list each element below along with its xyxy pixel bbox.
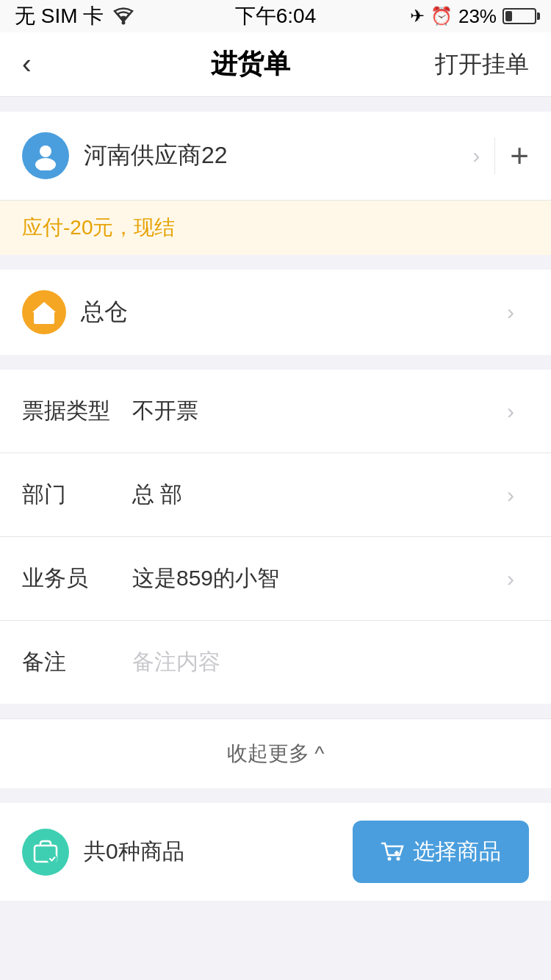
collapse-label: 收起更多 ^ — [227, 742, 325, 765]
invoice-type-value: 不开票 — [110, 396, 507, 426]
page-background — [0, 901, 551, 980]
warehouse-card: 总仓 › — [0, 270, 551, 355]
add-supplier-button[interactable]: + — [510, 140, 529, 172]
department-row[interactable]: 部门 总 部 › — [0, 453, 551, 537]
department-chevron-icon: › — [507, 483, 514, 508]
invoice-type-label: 票据类型 — [22, 396, 110, 426]
warehouse-icon — [22, 290, 66, 334]
product-count: 共0种商品 — [84, 837, 353, 867]
supplier-avatar — [22, 132, 69, 179]
select-product-label: 选择商品 — [413, 837, 501, 867]
svg-point-9 — [397, 857, 400, 860]
nav-bar: ‹ 进货单 打开挂单 — [0, 32, 551, 97]
svg-marker-4 — [32, 302, 56, 312]
department-value: 总 部 — [110, 480, 507, 510]
open-pending-button[interactable]: 打开挂单 — [435, 48, 529, 81]
warehouse-name: 总仓 — [81, 296, 507, 328]
select-product-button[interactable]: 选择商品 — [353, 821, 529, 883]
remark-row[interactable]: 备注 备注内容 — [0, 621, 551, 704]
carrier-label: 无 SIM 卡 — [15, 2, 104, 30]
supplier-row[interactable]: 河南供应商22 › + — [0, 112, 551, 201]
remark-label: 备注 — [22, 647, 110, 677]
invoice-type-chevron-icon: › — [507, 399, 514, 424]
wifi-icon — [111, 7, 136, 26]
notice-text: 应付-20元，现结 — [22, 216, 175, 239]
product-icon — [22, 829, 69, 876]
svg-point-2 — [35, 158, 56, 170]
battery-icon — [503, 8, 536, 24]
supplier-name: 河南供应商22 — [84, 140, 472, 172]
salesperson-value: 这是859的小智 — [110, 563, 507, 594]
department-label: 部门 — [22, 480, 110, 510]
salesperson-chevron-icon: › — [507, 566, 514, 591]
remark-input[interactable]: 备注内容 — [110, 647, 529, 677]
svg-rect-5 — [40, 315, 48, 324]
location-icon: ✈ — [410, 6, 425, 26]
cart-icon — [381, 840, 404, 864]
back-button[interactable]: ‹ — [22, 48, 66, 80]
notice-bar: 应付-20元，现结 — [0, 201, 551, 255]
svg-point-1 — [40, 145, 51, 157]
alarm-icon: ⏰ — [431, 6, 453, 26]
svg-point-0 — [122, 21, 126, 25]
page-title: 进货单 — [211, 46, 290, 82]
form-section: 票据类型 不开票 › 部门 总 部 › 业务员 这是859的小智 › 备注 备注… — [0, 370, 551, 704]
svg-point-8 — [388, 857, 392, 860]
collapse-button[interactable]: 收起更多 ^ — [0, 718, 551, 788]
invoice-type-row[interactable]: 票据类型 不开票 › — [0, 370, 551, 453]
status-bar: 无 SIM 卡 下午6:04 ✈ ⏰ 23% — [0, 0, 551, 32]
salesperson-label: 业务员 — [22, 563, 110, 594]
product-bar: 共0种商品 选择商品 — [0, 803, 551, 901]
supplier-card: 河南供应商22 › + 应付-20元，现结 — [0, 112, 551, 255]
status-time: 下午6:04 — [235, 2, 317, 30]
divider — [494, 137, 495, 174]
warehouse-row[interactable]: 总仓 › — [0, 270, 551, 355]
supplier-chevron-icon: › — [472, 143, 480, 168]
status-left: 无 SIM 卡 — [15, 2, 136, 30]
warehouse-chevron-icon: › — [507, 300, 514, 325]
battery-percent: 23% — [458, 5, 497, 28]
svg-point-7 — [47, 854, 57, 864]
salesperson-row[interactable]: 业务员 这是859的小智 › — [0, 537, 551, 621]
status-right: ✈ ⏰ 23% — [410, 5, 536, 28]
